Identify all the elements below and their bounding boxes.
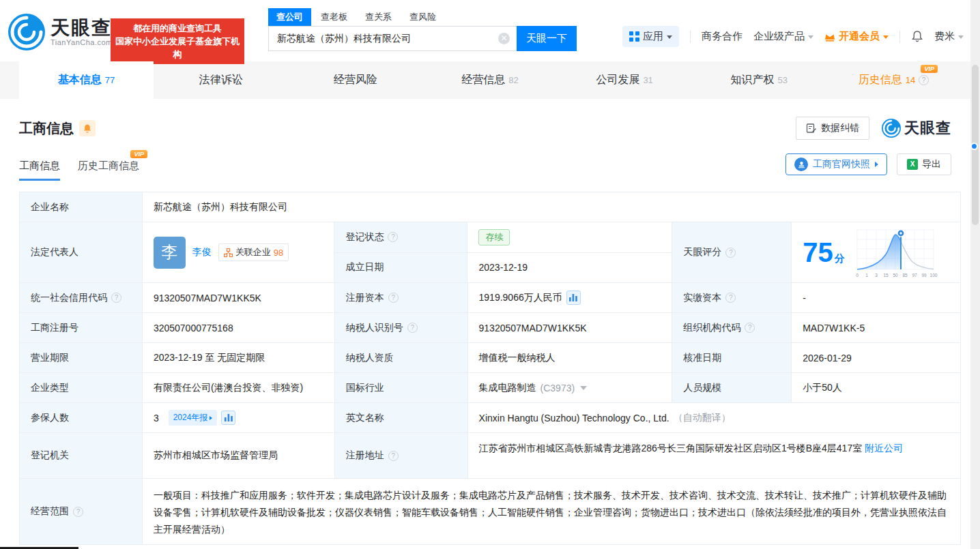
tab-count: 82 xyxy=(508,75,518,85)
apps-label: 应用 xyxy=(643,30,663,43)
tab-count: 77 xyxy=(105,75,115,85)
field-label: 纳税人识别号? xyxy=(335,313,468,343)
tab-company-development[interactable]: 公司发展 31 xyxy=(558,61,692,99)
annual-report-badge[interactable]: 2024年报 xyxy=(169,410,218,426)
help-icon[interactable]: ? xyxy=(388,451,399,461)
approval-date-value: 2026-01-29 xyxy=(792,343,961,373)
tab-operation-risk[interactable]: 经营风险 xyxy=(288,61,422,99)
related-companies-badge[interactable]: 关联企业 98 xyxy=(218,243,289,261)
help-icon[interactable]: ? xyxy=(388,232,398,242)
reg-status-cell: 存续 xyxy=(467,222,672,253)
industry-value: 集成电路制造 (C3973) xyxy=(468,373,673,403)
help-icon[interactable]: ? xyxy=(725,293,736,303)
brand-name: 天眼查 xyxy=(51,18,113,38)
tab-label: 历史信息 xyxy=(859,73,902,87)
field-label: 注册地址? xyxy=(335,433,468,479)
search-button[interactable]: 天眼一下 xyxy=(517,26,577,51)
taxpayer-quality-value: 增值税一般纳税人 xyxy=(468,343,673,373)
table-row: 企业名称 新芯航途（苏州）科技有限公司 xyxy=(20,192,961,222)
subscribe-bell-icon[interactable] xyxy=(79,120,96,136)
chevron-down-icon[interactable] xyxy=(580,386,587,390)
legal-rep-avatar[interactable]: 李 xyxy=(154,237,186,269)
tab-legal-proceedings[interactable]: 法律诉讼 xyxy=(154,61,288,99)
paid-capital-value: - xyxy=(792,283,961,313)
reg-number-value: 320507000775168 xyxy=(143,313,335,343)
export-button[interactable]: X 导出 xyxy=(897,153,951,175)
help-icon[interactable]: ? xyxy=(73,507,83,517)
help-icon[interactable]: ? xyxy=(111,293,121,303)
field-label: 天眼评分 ? xyxy=(672,222,792,283)
insured-count-value: 3 2024年报 xyxy=(143,403,335,433)
tab-intellectual-property[interactable]: 知识产权 53 xyxy=(692,61,826,99)
tab-count: 14 xyxy=(906,75,915,85)
official-snapshot-button[interactable]: 工商官网快照 xyxy=(786,153,887,175)
divider xyxy=(690,31,691,43)
field-label: 企业类型 xyxy=(20,373,143,403)
english-name-value: Xinxin Hangtu (Suzhou) Technology Co., L… xyxy=(468,403,961,433)
help-icon[interactable]: ? xyxy=(388,293,399,303)
nav-open-vip[interactable]: 开通会员 xyxy=(824,30,889,43)
field-label: 成立日期 xyxy=(334,253,467,284)
nav-enterprise-products[interactable]: 企业级产品 xyxy=(753,30,813,43)
help-icon[interactable]: ? xyxy=(725,248,736,258)
insured-chart-icon[interactable] xyxy=(221,411,235,425)
org-code-value: MAD7W1KK-5 xyxy=(792,313,961,343)
table-row: 企业类型 有限责任公司(港澳台投资、非独资) 国标行业 集成电路制造 (C397… xyxy=(20,373,961,403)
search-input[interactable] xyxy=(268,26,517,51)
tab-basic-info[interactable]: 基本信息 77 xyxy=(19,61,154,99)
field-label: 纳税人资质 xyxy=(335,343,468,373)
top-header: 天眼查 TianYanCha.com 都在用的商业查询工具 国家中小企业发展子基… xyxy=(0,0,980,61)
tab-label: 经营信息 xyxy=(461,73,505,87)
svg-text:100: 100 xyxy=(929,273,937,278)
tianyancha-logo[interactable]: 天眼查 TianYanCha.com xyxy=(8,14,113,50)
tab-operation-info[interactable]: 经营信息 82 xyxy=(422,61,557,99)
table-row: 工商注册号 320507000775168 纳税人识别号? 91320507MA… xyxy=(20,313,961,343)
search-area: 查公司 查老板 查关系 查风险 ✕ 天眼一下 xyxy=(268,8,577,51)
arrow-right-icon xyxy=(875,162,878,167)
excel-icon: X xyxy=(907,159,918,170)
tianyancha-swirl-icon xyxy=(8,14,45,50)
help-icon[interactable]: ? xyxy=(919,75,929,85)
tab-history-info[interactable]: VIP 历史信息 14 ? xyxy=(826,61,961,99)
correction-icon xyxy=(806,123,817,134)
company-tabbar: 基本信息 77 法律诉讼 经营风险 经营信息 82 公司发展 31 知识产权 5… xyxy=(0,61,970,99)
field-label: 参保人数 xyxy=(20,403,143,433)
side-widget-dot[interactable] xyxy=(970,143,978,150)
chevron-down-icon xyxy=(883,35,889,39)
nav-user-menu[interactable]: 费米 xyxy=(934,30,964,43)
nav-cooperation[interactable]: 商务合作 xyxy=(702,30,743,43)
notification-bell[interactable] xyxy=(911,30,923,43)
legal-rep-name-link[interactable]: 李俊 xyxy=(192,246,212,258)
data-correction-button[interactable]: 数据纠错 xyxy=(796,117,869,140)
field-label: 经营范围? xyxy=(20,479,143,545)
business-scope-value: 一般项目：科技推广和应用服务；软件开发；集成电路芯片设计及服务；集成电路芯片及产… xyxy=(143,479,961,545)
help-icon[interactable]: ? xyxy=(745,323,755,333)
subtab-business-info[interactable]: 工商信息 xyxy=(19,160,60,181)
slogan-line2: 国家中小企业发展子基金旗下机构 xyxy=(115,35,240,61)
tab-label: 知识产权 xyxy=(731,73,775,87)
field-label: 人员规模 xyxy=(672,373,792,403)
subtab-history-business-info[interactable]: VIP 历史工商信息 xyxy=(78,160,139,181)
staff-size-value: 小于50人 xyxy=(792,373,961,403)
reg-authority-value: 苏州市相城区市场监督管理局 xyxy=(143,433,335,479)
clear-icon[interactable]: ✕ xyxy=(498,33,510,44)
crown-icon xyxy=(824,32,835,42)
field-label: 法定代表人 xyxy=(20,222,143,283)
search-tab-relation[interactable]: 查关系 xyxy=(357,8,400,26)
related-label: 关联企业 xyxy=(235,246,271,258)
search-tab-boss[interactable]: 查老板 xyxy=(313,8,356,26)
search-tab-company[interactable]: 查公司 xyxy=(268,8,311,26)
nearby-companies-link[interactable]: 附近公司 xyxy=(865,443,903,454)
apps-menu[interactable]: 应用 xyxy=(622,26,679,47)
field-label: 工商注册号 xyxy=(20,313,143,343)
vip-badge: VIP xyxy=(130,150,147,158)
table-row: 经营范围? 一般项目：科技推广和应用服务；软件开发；集成电路芯片设计及服务；集成… xyxy=(20,479,961,545)
help-icon[interactable]: ? xyxy=(407,323,418,333)
svg-text:15: 15 xyxy=(883,273,889,278)
search-tab-risk[interactable]: 查风险 xyxy=(401,8,444,26)
capital-chart-icon[interactable] xyxy=(566,291,581,305)
reg-address-value: 江苏省苏州市相城区高铁新城青龙港路286号长三角国际研发社区启动区1号楼B座4层… xyxy=(468,433,961,479)
svg-text:1: 1 xyxy=(865,273,868,278)
field-label: 核准日期 xyxy=(672,343,792,373)
auto-translate-note: （自动翻译） xyxy=(674,412,731,424)
